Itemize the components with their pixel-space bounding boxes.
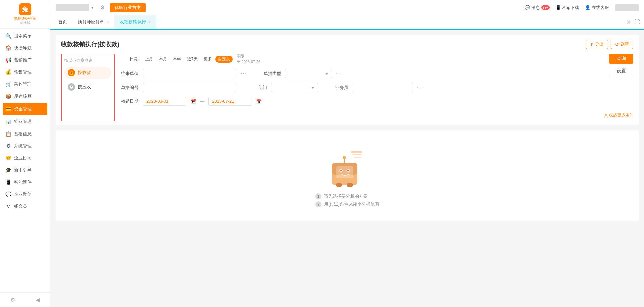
doc-type-more-icon[interactable]: ··· <box>336 71 346 77</box>
tip-2-text: 用[过滤]条件来缩小分析范围 <box>324 201 379 207</box>
topbar-app-download[interactable]: 📱 App下载 <box>556 5 579 11</box>
topbar-chevron-icon[interactable]: ▾ <box>91 5 93 10</box>
dept-select[interactable] <box>271 83 318 92</box>
sidebar-settings-button[interactable]: ⚙ <box>8 295 18 304</box>
topbar-online-service[interactable]: 👤 在线客服 <box>585 5 609 11</box>
sidebar-collapse-button[interactable]: ◀ <box>33 295 42 304</box>
search-menu-icon: 🔍 <box>5 33 11 39</box>
sidebar-item-member[interactable]: V 畅会员 <box>0 200 50 212</box>
date-to-hint: 至 2023-07-26 <box>237 59 260 64</box>
doc-type-label: 单据类型 <box>263 71 281 77</box>
topbar-messages[interactable]: 💬 消息 99+ <box>525 5 550 11</box>
date-btn-more[interactable]: 更多 <box>201 56 214 63</box>
online-service-icon: 👤 <box>585 5 590 10</box>
doc-no-input[interactable] <box>143 83 236 92</box>
filter-option-receivable-label: 按应收 <box>78 84 91 90</box>
counterpart-input[interactable] <box>143 69 236 78</box>
tab-prepay-close-icon[interactable]: ✕ <box>106 20 109 24</box>
sidebar-item-guide[interactable]: 🎓 新手引导 <box>0 164 50 176</box>
page-content: 收款核销执行(按收款) ⬆ 导出 ↺ 刷新 按以下方案查询 <box>50 30 644 307</box>
tab-prepay[interactable]: 预付冲应付单 ✕ <box>72 15 114 30</box>
sidebar-item-search-menu[interactable]: 🔍 搜索菜单 <box>0 30 50 42</box>
refresh-label: 刷新 <box>620 41 629 47</box>
tabbar-actions: ✕ ⛶ <box>625 15 641 29</box>
empty-tip-1: 1 请先选择要分析的方案 <box>315 193 379 199</box>
inventory-icon: 📦 <box>5 93 11 99</box>
date-btn-this-year[interactable]: 本年 <box>171 56 183 63</box>
industry-solution-button[interactable]: 休验行业方案 <box>110 3 146 12</box>
tab-home[interactable]: 首页 <box>53 15 72 30</box>
filter-option-by-receipt[interactable]: 💰 按收款 <box>64 67 111 79</box>
sidebar-item-label: 系统管理 <box>14 143 32 149</box>
sidebar-item-system[interactable]: ⚙ 系统管理 <box>0 140 50 152</box>
query-button[interactable]: 查询 <box>609 54 633 64</box>
sidebar-item-label: 经营管理 <box>14 119 32 125</box>
sidebar-item-operations[interactable]: 📊 经营管理 <box>0 116 50 128</box>
sidebar-item-label: 库存核算 <box>14 93 32 99</box>
filter-action-buttons: 查询 设置 <box>609 54 633 76</box>
topbar-user-name <box>56 4 89 11</box>
filter-receipt-icon: 💰 <box>68 69 75 76</box>
verify-date-start-calendar-icon[interactable]: 📅 <box>190 99 196 104</box>
empty-illustration <box>327 150 367 187</box>
filter-option-by-receivable[interactable]: 🕐 按应收 <box>64 81 111 93</box>
date-label: 日期 <box>120 56 139 62</box>
collapse-icon: ⋀ <box>604 113 608 118</box>
tab-receipts[interactable]: 收款核销执行 ✕ <box>114 15 156 30</box>
verify-date-end-input[interactable] <box>208 97 252 106</box>
sidebar-item-label: 资金管理 <box>14 106 32 112</box>
doc-type-select[interactable] <box>285 69 332 78</box>
refresh-button[interactable]: ↺ 刷新 <box>611 40 633 49</box>
sidebar-item-quick-nav[interactable]: 🏠 快捷导航 <box>0 42 50 54</box>
sidebar-item-hardware[interactable]: 📱 智能硬件 <box>0 176 50 188</box>
tip-1-text: 请先选择要分析的方案 <box>324 193 368 199</box>
verify-date-start-input[interactable] <box>143 97 186 106</box>
staff-input[interactable] <box>353 83 413 92</box>
sidebar-item-enterprise[interactable]: 🤝 企业协同 <box>0 152 50 164</box>
sidebar-item-purchase[interactable]: 🛒 采购管理 <box>0 78 50 90</box>
date-btn-last-month[interactable]: 上月 <box>143 56 155 63</box>
sidebar-bottom: ⚙ ◀ <box>0 292 50 307</box>
svg-rect-1 <box>352 154 362 155</box>
date-btn-this-month[interactable]: 本月 <box>157 56 169 63</box>
filter-settings-button[interactable]: 设置 <box>609 66 633 76</box>
tab-receipts-label: 收款核销执行 <box>120 19 146 25</box>
date-quick-buttons: 上月 本月 本年 近7天 更多 自定义 <box>143 56 233 63</box>
sidebar-item-label: 采购管理 <box>14 81 32 87</box>
date-btn-last-7-days[interactable]: 近7天 <box>185 56 200 63</box>
sidebar-item-finance[interactable]: 💳 资金管理 <box>3 103 47 115</box>
tip-2-num: 2 <box>315 201 321 207</box>
sidebar-item-inventory[interactable]: 📦 库存核算 <box>0 90 50 102</box>
marketing-icon: 📢 <box>5 57 11 63</box>
filter-panel: 按以下方案查询 💰 按收款 🕐 按应收 <box>61 54 633 125</box>
purchase-icon: 🛒 <box>5 81 11 87</box>
sidebar-item-label: 新手引导 <box>14 167 32 173</box>
sidebar-item-wechat[interactable]: 💬 企业微信 <box>0 188 50 200</box>
tab-receipts-close-icon[interactable]: ✕ <box>148 20 151 24</box>
page-title: 收款核销执行(按收款) <box>61 40 119 48</box>
counterpart-more-icon[interactable]: ··· <box>240 71 251 77</box>
topbar-user-info <box>615 4 639 11</box>
verify-date-separator: — <box>200 99 204 104</box>
empty-tips: 1 请先选择要分析的方案 2 用[过滤]条件来缩小分析范围 <box>315 193 379 207</box>
empty-tip-2: 2 用[过滤]条件来缩小分析范围 <box>315 201 379 207</box>
collapse-button[interactable]: ⋀ 收起更多条件 <box>604 112 633 118</box>
tabbar-close-icon[interactable]: ✕ <box>625 18 632 27</box>
empty-state: 1 请先选择要分析的方案 2 用[过滤]条件来缩小分析范围 <box>56 130 639 221</box>
tab-prepay-label: 预付冲应付单 <box>78 19 104 25</box>
svg-rect-13 <box>347 183 353 187</box>
tabbar-expand-icon[interactable]: ⛶ <box>633 18 641 27</box>
sidebar-item-marketing[interactable]: 📢 营销推广 <box>0 54 50 66</box>
svg-point-11 <box>343 156 346 159</box>
verify-date-end-calendar-icon[interactable]: 📅 <box>256 99 262 104</box>
sidebar-item-sales[interactable]: 💰 销售管理 <box>0 66 50 78</box>
message-icon: 💬 <box>525 5 530 10</box>
date-btn-custom[interactable]: 自定义 <box>215 56 233 63</box>
member-icon: V <box>5 204 11 209</box>
sidebar-item-basic-info[interactable]: 📋 基础信息 <box>0 128 50 140</box>
empty-svg-illustration <box>327 150 367 187</box>
export-button[interactable]: ⬆ 导出 <box>586 40 608 49</box>
hardware-icon: 📱 <box>5 179 11 185</box>
topbar-gear-icon[interactable]: ⚙ <box>100 4 105 11</box>
staff-more-icon[interactable]: ··· <box>417 85 427 91</box>
